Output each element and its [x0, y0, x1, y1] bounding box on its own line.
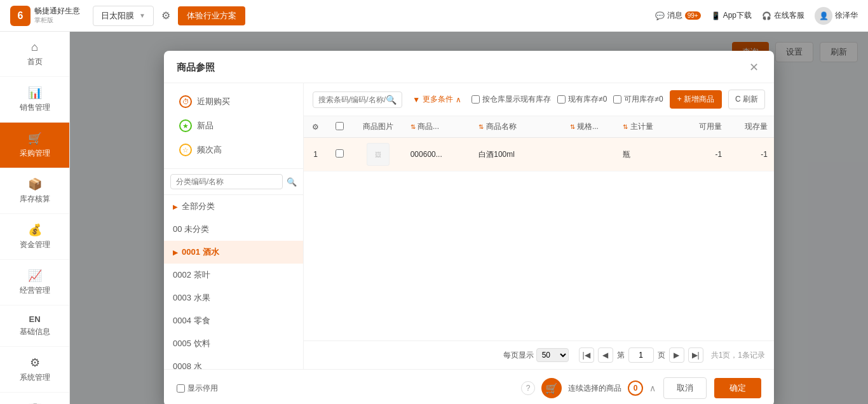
category-search-icon[interactable]: 🔍	[287, 177, 297, 187]
left-panel-top: ⏱ 近期购买 ★ 新品 ☆ 频次高	[164, 83, 303, 169]
modal-body: ⏱ 近期购买 ★ 新品 ☆ 频次高	[164, 83, 774, 369]
product-search-bar: 🔍	[313, 91, 402, 108]
user-profile[interactable]: 👤 徐泽华	[815, 7, 858, 25]
operations-icon: 📈	[28, 269, 42, 283]
row-checkbox[interactable]	[336, 149, 344, 158]
col-checkbox[interactable]	[327, 116, 352, 138]
cancel-button[interactable]: 取消	[663, 377, 707, 399]
freq-icon: ☆	[179, 144, 192, 156]
row-code: 000600...	[404, 138, 473, 172]
product-table: ⚙ 商品图片 ⇅ 商品...	[304, 116, 774, 172]
modal-close-button[interactable]: ✕	[746, 60, 761, 75]
cat-label-0: 00 未分类	[173, 224, 209, 235]
messages-badge: 99+	[685, 11, 701, 20]
cart-icon-wrap[interactable]: 🛒	[541, 378, 562, 398]
sidebar-item-operations[interactable]: 📈 经营管理	[0, 260, 69, 306]
modal-title: 商品参照	[177, 62, 215, 74]
table-row[interactable]: 1 🖼 000600... 白酒100ml	[304, 138, 774, 172]
product-search-input[interactable]	[318, 95, 386, 104]
more-filter-button[interactable]: ▼ 更多条件 ∧	[409, 91, 465, 107]
content-area: 查询 设置 刷新 商品参照 ✕	[70, 32, 868, 404]
sidebar-item-finance[interactable]: 💰 资金管理	[0, 214, 69, 260]
row-checkbox-cell[interactable]	[327, 138, 352, 172]
category-search-input[interactable]	[170, 174, 283, 189]
messages-nav-item[interactable]: 💬 消息 99+	[655, 10, 701, 21]
cat-item-4[interactable]: 0004 零食	[164, 309, 303, 332]
warehouse-filter[interactable]: 按仓库显示现有库存	[471, 94, 551, 105]
sidebar-item-home[interactable]: ⌂ 首页	[0, 32, 69, 77]
col-stock-header: 现存量	[728, 116, 774, 138]
category-search-row: 🔍	[164, 169, 303, 195]
purchase-icon: 🛒	[28, 131, 42, 145]
row-name: 白酒100ml	[472, 138, 563, 172]
sidebar-item-purchase[interactable]: 🛒 采购管理	[0, 123, 69, 168]
cat-item-all[interactable]: ▶ 全部分类	[164, 195, 303, 218]
col-avail-header: 可用量	[668, 116, 729, 138]
enterprise-icon: 🏢	[28, 401, 42, 404]
add-product-button[interactable]: + 新增商品	[670, 90, 722, 109]
cat-label-all: 全部分类	[182, 201, 215, 212]
sidebar-label-inventory: 库存核算	[20, 194, 50, 205]
col-unit-header[interactable]: ⇅ 主计量	[616, 116, 667, 138]
cat-arrow-1: ▶	[173, 249, 178, 256]
refresh-button[interactable]: C 刷新	[728, 90, 765, 109]
available-filter-label: 可用库存≠0	[624, 94, 663, 105]
sidebar-item-inventory[interactable]: 📦 库存核算	[0, 168, 69, 214]
logo: 6 畅捷通好生意 掌柜版	[10, 6, 80, 26]
company-dropdown[interactable]: 日太阳膜 ▼	[93, 6, 154, 26]
settings-icon[interactable]: ⚙	[161, 10, 170, 22]
sort-icon-name: ⇅	[478, 123, 484, 130]
row-available: -1	[668, 138, 729, 172]
cat-item-1[interactable]: ▶ 0001 酒水	[164, 241, 303, 264]
product-search-icon[interactable]: 🔍	[386, 95, 397, 105]
cat-item-0[interactable]: 00 未分类	[164, 218, 303, 241]
select-all-checkbox[interactable]	[336, 122, 344, 130]
collapse-cart-icon[interactable]: ∧	[649, 383, 656, 393]
available-checkbox[interactable]	[613, 95, 621, 104]
stock-filter[interactable]: 现有库存≠0	[557, 94, 607, 105]
confirm-button[interactable]: 确定	[714, 378, 761, 398]
new-icon: ★	[179, 119, 192, 132]
logo-text: 畅捷通好生意	[34, 6, 80, 17]
page-input[interactable]	[628, 347, 654, 363]
cat-item-5[interactable]: 0005 饮料	[164, 332, 303, 355]
col-code-header[interactable]: ⇅ 商品...	[404, 116, 473, 138]
per-page-dropdown[interactable]: 50 10 20 100	[536, 348, 569, 362]
sidebar-item-enterprise[interactable]: 🏢 企业协同	[0, 393, 69, 404]
cart-info-label: 连续选择的商品	[568, 383, 621, 394]
app-download-nav-item[interactable]: 📱 App下载	[711, 10, 752, 21]
nav-item-recent[interactable]: ⏱ 近期购买	[170, 90, 297, 114]
cat-item-3[interactable]: 0003 水果	[164, 286, 303, 309]
main-layout: ⌂ 首页 📊 销售管理 🛒 采购管理 📦 库存核算 💰 资金管理 📈 经营管理 …	[0, 32, 868, 404]
col-name-header[interactable]: ⇅ 商品名称	[472, 116, 563, 138]
per-page-select: 每页显示 50 10 20 100	[503, 348, 569, 362]
first-page-button[interactable]: |◀	[579, 347, 594, 363]
help-icon[interactable]: ?	[521, 381, 535, 395]
category-list: ▶ 全部分类 00 未分类 ▶ 0001 酒水 0002 茶	[164, 195, 303, 369]
username: 徐泽华	[835, 10, 858, 21]
new-label: 新品	[197, 120, 214, 131]
cat-item-6[interactable]: 0008 水	[164, 355, 303, 369]
show-disabled-checkbox[interactable]	[177, 384, 185, 393]
last-page-button[interactable]: ▶|	[688, 347, 703, 363]
prev-page-button[interactable]: ◀	[598, 347, 613, 363]
online-service-nav-item[interactable]: 🎧 在线客服	[762, 10, 804, 21]
sidebar-item-basic[interactable]: EN 基础信息	[0, 306, 69, 347]
stock-checkbox[interactable]	[557, 95, 566, 104]
nav-item-frequent[interactable]: ☆ 频次高	[170, 138, 297, 162]
warehouse-checkbox[interactable]	[471, 95, 480, 104]
sidebar-item-sales[interactable]: 📊 销售管理	[0, 77, 69, 123]
system-icon: ⚙	[30, 356, 40, 370]
next-page-button[interactable]: ▶	[669, 347, 684, 363]
col-settings[interactable]: ⚙	[304, 116, 327, 138]
cart-count-badge: 0	[628, 380, 643, 396]
sidebar-label-basic: 基础信息	[20, 327, 50, 337]
sidebar-item-system[interactable]: ⚙ 系统管理	[0, 347, 69, 393]
cat-item-2[interactable]: 0002 茶叶	[164, 264, 303, 286]
nav-item-new[interactable]: ★ 新品	[170, 114, 297, 138]
trial-button[interactable]: 体验行业方案	[178, 6, 245, 25]
show-disabled-label[interactable]: 显示停用	[177, 383, 218, 394]
messages-label: 消息	[667, 10, 682, 21]
col-spec-header[interactable]: ⇅ 规格...	[564, 116, 617, 138]
available-filter[interactable]: 可用库存≠0	[613, 94, 663, 105]
